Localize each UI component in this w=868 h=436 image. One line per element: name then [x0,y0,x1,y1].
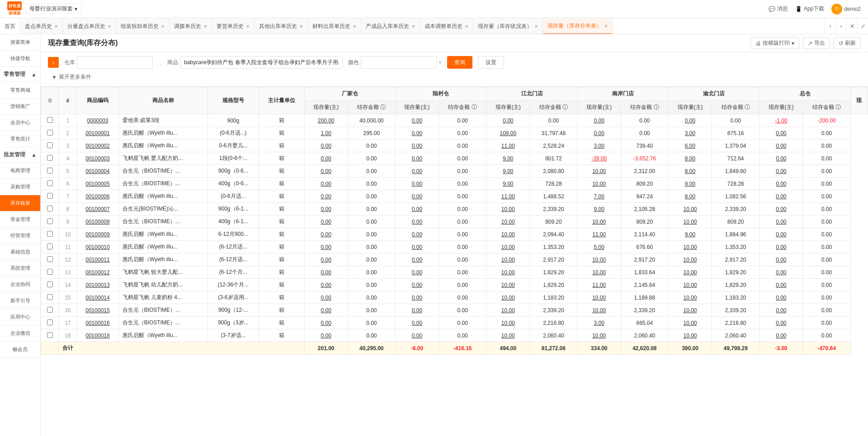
cell-qty-15-1[interactable]: 0.00 [396,304,439,317]
cell-qty-9-3[interactable]: 11.00 [577,228,621,241]
tab-tab6[interactable]: 其他出库单历史✕ [255,18,308,34]
cell-qty-3-0[interactable]: 0.00 [304,152,348,165]
tab-tab1[interactable]: 盘点单历史✕ [20,18,63,34]
cell-qty-4-2[interactable]: 9.00 [486,165,530,178]
warehouse-clear-icon[interactable]: … [155,58,162,66]
sidebar-item-9[interactable]: 采购管理 [0,179,40,195]
tab-tab2[interactable]: 分量盘点单历史✕ [63,18,116,34]
sidebar-item-10[interactable]: 库存核算 [0,195,40,211]
product-input[interactable] [180,56,343,69]
print-btn[interactable]: 🖨 按模版打印 ▾ [750,37,799,49]
tab-tab10[interactable]: 现存量（库存状况表）✕ [473,18,543,34]
cell-qty-6-1[interactable]: 0.00 [396,190,439,203]
cell-qty-2-0[interactable]: 0.00 [304,140,348,152]
cell-qty-10-0[interactable]: 0.00 [304,241,348,253]
cell-qty-6-0[interactable]: 0.00 [304,190,348,203]
tab-close-tab2[interactable]: ✕ [108,24,111,29]
cell-qty-7-0[interactable]: 0.00 [304,203,348,216]
cell-qty-6-3[interactable]: 7.00 [577,190,621,203]
cell-qty-17-2[interactable]: 10.00 [486,329,530,342]
cell-code-7[interactable]: 00100007 [77,203,118,216]
sidebar-item-0[interactable]: 搜索英单 [0,34,40,51]
tab-tab5[interactable]: 要货单历史✕ [212,18,255,34]
cell-qty-9-1[interactable]: 0.00 [396,228,439,241]
cell-qty-8-4[interactable]: 10.00 [669,216,712,228]
cell-qty-14-4[interactable]: 10.00 [669,291,712,304]
cell-checkbox-10[interactable] [41,241,59,253]
cell-qty-12-0[interactable]: 0.00 [304,266,348,279]
cell-qty-2-3[interactable]: 3.00 [577,140,621,152]
cell-qty-16-3[interactable]: 3.00 [577,317,621,329]
cell-checkbox-4[interactable] [41,165,59,178]
cell-qty-1-3[interactable]: 0.00 [577,127,621,140]
cell-qty-17-3[interactable]: 10.00 [577,329,621,342]
cell-qty-16-1[interactable]: 0.00 [396,317,439,329]
cell-qty-0-4[interactable]: 0.00 [669,114,712,127]
cell-qty-0-2[interactable]: 0.00 [486,114,530,127]
selector-dropdown[interactable]: 母婴行业演示陈套 ▾ [25,4,81,14]
cell-qty-14-2[interactable]: 10.00 [486,291,530,304]
cell-checkbox-15[interactable] [41,304,59,317]
cell-qty-9-4[interactable]: 9.00 [669,228,712,241]
cell-qty-17-1[interactable]: 0.00 [396,329,439,342]
cell-qty-4-3[interactable]: 10.00 [577,165,621,178]
tab-close-tab5[interactable]: ✕ [246,24,250,29]
cell-code-1[interactable]: 00100001 [77,127,118,140]
cell-checkbox-11[interactable] [41,253,59,266]
tab-nav-prev[interactable]: ‹ [825,18,835,34]
cell-qty-9-5[interactable]: 0.00 [760,228,803,241]
cell-qty-5-4[interactable]: 9.00 [669,178,712,190]
tab-close-tab10[interactable]: ✕ [534,24,538,29]
cell-qty-7-3[interactable]: 9.00 [577,203,621,216]
cell-qty-13-1[interactable]: 0.00 [396,279,439,291]
cell-qty-15-5[interactable]: 0.00 [760,304,803,317]
cell-qty-11-1[interactable]: 0.00 [396,253,439,266]
export-btn[interactable]: ↗ 导出 [803,37,830,49]
cell-qty-11-2[interactable]: 10.00 [486,253,530,266]
sidebar-item-4[interactable]: 营销推广 [0,98,40,115]
cell-qty-2-4[interactable]: 6.00 [669,140,712,152]
sidebar-item-8[interactable]: 电商管理 [0,163,40,179]
cell-qty-10-3[interactable]: 5.00 [577,241,621,253]
cell-qty-4-4[interactable]: 8.00 [669,165,712,178]
cell-qty-10-4[interactable]: 10.00 [669,241,712,253]
tab-nav-next[interactable]: › [835,18,846,34]
message-btn[interactable]: 💬 消息 [769,5,788,13]
cell-qty-7-1[interactable]: 0.00 [396,203,439,216]
color-input[interactable] [361,56,437,69]
cell-qty-4-0[interactable]: 0.00 [304,165,348,178]
cell-qty-12-5[interactable]: 0.00 [760,266,803,279]
cell-qty-14-0[interactable]: 0.00 [304,291,348,304]
sidebar-item-1[interactable]: 快捷导航 [0,51,40,67]
color-arrow-icon[interactable]: ▾ [439,59,442,66]
tab-tab9[interactable]: 成本调整单历史✕ [420,18,473,34]
cell-qty-13-2[interactable]: 10.00 [486,279,530,291]
cell-checkbox-16[interactable] [41,317,59,329]
cell-qty-14-5[interactable]: 0.00 [760,291,803,304]
cell-code-4[interactable]: 00100004 [77,165,118,178]
cell-qty-6-4[interactable]: 8.00 [669,190,712,203]
cell-code-8[interactable]: 00100008 [77,216,118,228]
cell-code-15[interactable]: 00100015 [77,304,118,317]
cell-qty-5-0[interactable]: 0.00 [304,178,348,190]
tab-home[interactable]: 首页 [0,18,20,34]
sidebar-item-5[interactable]: 会员中心 [0,115,40,131]
cell-code-12[interactable]: 00100012 [77,266,118,279]
cell-code-3[interactable]: 00100003 [77,152,118,165]
sidebar-item-19[interactable]: 畅会员 [0,342,40,358]
cell-qty-16-2[interactable]: 10.00 [486,317,530,329]
tab-close-tab4[interactable]: ✕ [203,24,207,29]
cell-qty-3-3[interactable]: -39.00 [577,152,621,165]
cell-qty-5-5[interactable]: 0.00 [760,178,803,190]
tab-tab3[interactable]: 组装拆卸单历史✕ [116,18,170,34]
cell-qty-11-3[interactable]: 10.00 [577,253,621,266]
user-avatar[interactable]: D demo2 [831,4,861,14]
cell-qty-3-4[interactable]: 8.00 [669,152,712,165]
cell-qty-1-0[interactable]: 1.00 [304,127,348,140]
cell-qty-5-2[interactable]: 9.00 [486,178,530,190]
tab-close-all[interactable]: ✕ [846,18,857,34]
sidebar-item-15[interactable]: 企业协同 [0,277,40,293]
cell-qty-17-4[interactable]: 10.00 [669,329,712,342]
th-settings[interactable]: ⚙ [41,87,59,114]
cell-checkbox-14[interactable] [41,291,59,304]
